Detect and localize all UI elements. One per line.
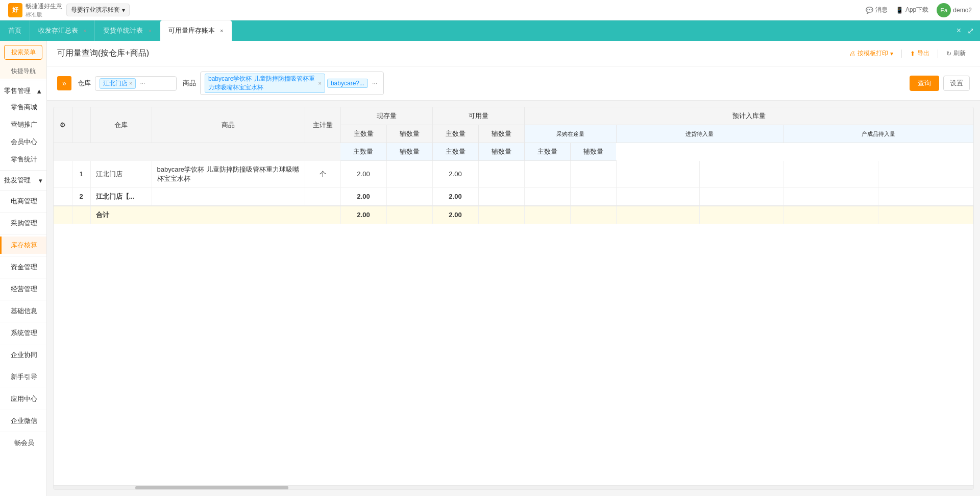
product-tag-2-text: babycare?...: [331, 80, 364, 87]
app-download-label: App下载: [905, 6, 928, 14]
sidebar-item-members[interactable]: 会员中心: [0, 133, 46, 151]
horizontal-scrollbar[interactable]: [54, 485, 973, 489]
tabs-bar-right: × ⤢: [954, 20, 980, 41]
sidebar: 搜索菜单 快捷导航 零售管理 ▲ 零售商城 营销推广 会员中心 零售统计 批发管…: [0, 41, 47, 496]
data-table: ⚙ 仓库 商品 主计量: [54, 107, 973, 224]
sidebar-item-appcenter[interactable]: 应用中心: [0, 390, 46, 408]
message-btn[interactable]: 💬 消息: [866, 6, 888, 14]
sidebar-item-system[interactable]: 系统管理: [0, 324, 46, 342]
tab-close-all-icon[interactable]: ×: [954, 24, 963, 37]
product-filter-group: 商品 babycare学饮杯 儿童防摔防撞吸管杯重力球吸嘴杯宝宝水杯 × bab…: [183, 72, 384, 95]
warehouse-ellipsis[interactable]: ···: [138, 80, 147, 87]
sidebar-divider-6: [0, 256, 46, 256]
th-purchase-main: 主数量: [340, 143, 386, 161]
sidebar-item-retail-stats[interactable]: 零售统计: [0, 151, 46, 168]
product-tag-1-close[interactable]: ×: [318, 80, 322, 86]
query-button[interactable]: 查询: [910, 76, 939, 91]
product-ellipsis[interactable]: ···: [370, 80, 379, 87]
tab-keyongliang-close[interactable]: ×: [220, 28, 223, 34]
brand-label: 标准版: [26, 11, 62, 18]
sidebar-group-retail[interactable]: 零售管理 ▲: [0, 83, 46, 99]
print-btn[interactable]: 🖨 按模板打印 ▾: [845, 47, 897, 60]
footer-i-aux: [700, 206, 783, 224]
sidebar-item-basic[interactable]: 基础信息: [0, 302, 46, 320]
sidebar-search-area: 搜索菜单: [0, 41, 46, 64]
sidebar-item-vip[interactable]: 畅会员: [0, 434, 46, 452]
product-filter-label: 商品: [183, 79, 196, 88]
print-label: 按模板打印: [857, 49, 888, 58]
th-warehouse: 仓库: [90, 107, 152, 143]
td-rownum-2: 2: [72, 187, 90, 206]
tab-home[interactable]: 首页: [0, 20, 30, 41]
tab-shoufashou[interactable]: 收发存汇总表 ×: [30, 20, 95, 41]
sidebar-group-wholesale[interactable]: 批发管理 ▾: [0, 173, 46, 188]
td-purchase-main-2: [524, 187, 570, 206]
tab-maximize-icon[interactable]: ⤢: [965, 24, 976, 38]
th-available-main-qty: 主数量: [432, 125, 478, 143]
filter-toggle-btn[interactable]: »: [57, 76, 71, 90]
page-title: 可用量查询(按仓库+商品): [57, 48, 149, 59]
sidebar-item-newguide[interactable]: 新手引导: [0, 368, 46, 386]
search-menu-button[interactable]: 搜索菜单: [4, 45, 42, 60]
product-tag-2: babycare?...: [327, 79, 368, 88]
tab-home-label: 首页: [8, 26, 21, 35]
td-product-1: babycare学饮杯 儿童防摔防撞吸管杯重力球吸嘴杯宝宝水杯: [152, 161, 305, 188]
tab-yaohuo-close[interactable]: ×: [148, 28, 151, 34]
export-icon: ⬆: [910, 50, 915, 57]
sidebar-item-inventory[interactable]: 库存核算: [0, 237, 46, 254]
product-filter-input[interactable]: babycare学饮杯 儿童防摔防撞吸管杯重力球吸嘴杯宝宝水杯 × babyca…: [200, 72, 384, 95]
sidebar-item-finance[interactable]: 资金管理: [0, 258, 46, 276]
top-bar-right: 💬 消息 📱 App下载 Ea demo2: [866, 3, 972, 17]
warehouse-filter-label: 仓库: [78, 79, 91, 88]
gear-icon[interactable]: ⚙: [60, 121, 66, 129]
user-name: demo2: [953, 7, 972, 14]
table-row: 1 江北门店 babycare学饮杯 儿童防摔防撞吸管杯重力球吸嘴杯宝宝水杯 个…: [54, 161, 973, 188]
filter-bar: » 仓库 江北门店 × ··· 商品 babycare学饮杯 儿童防摔防撞吸管杯…: [47, 66, 980, 101]
tab-shoufashou-close[interactable]: ×: [83, 28, 86, 34]
sidebar-divider-12: [0, 388, 46, 388]
warehouse-filter-input[interactable]: 江北门店 × ···: [95, 76, 177, 91]
tab-keyongliang[interactable]: 可用量库存账本 ×: [160, 20, 232, 41]
table-scroll-area[interactable]: ⚙ 仓库 商品 主计量: [54, 107, 973, 485]
app-download-btn[interactable]: 📱 App下载: [896, 6, 928, 14]
th-incoming-aux: 辅数量: [478, 143, 524, 161]
sidebar-item-operations[interactable]: 经营管理: [0, 280, 46, 298]
expand-icon-wholesale: ▾: [39, 177, 42, 184]
industry-select[interactable]: 母婴行业演示账套 ▾: [66, 4, 130, 16]
phone-icon: 📱: [896, 7, 903, 14]
td-available-main-1: 2.00: [432, 161, 478, 188]
tab-keyongliang-label: 可用量库存账本: [168, 26, 215, 35]
product-tag-1-text: babycare学饮杯 儿童防摔防撞吸管杯重力球吸嘴杯宝宝水杯: [208, 75, 317, 92]
td-current-aux-2: [386, 187, 432, 206]
warehouse-tag-close[interactable]: ×: [129, 80, 132, 86]
footer-pp-main: [783, 206, 878, 224]
th-product-aux: 辅数量: [570, 143, 616, 161]
chevron-down-icon: ▾: [122, 7, 125, 14]
refresh-btn[interactable]: ↻ 刷新: [942, 47, 970, 60]
td-gear-2: [54, 187, 72, 206]
sidebar-group-wholesale-label: 批发管理: [4, 176, 31, 185]
user-menu[interactable]: Ea demo2: [937, 3, 972, 17]
sidebar-item-enterprise[interactable]: 企业协同: [0, 346, 46, 364]
sidebar-divider-11: [0, 366, 46, 366]
td-product-aux-1: [878, 161, 973, 188]
table-header-row-1: ⚙ 仓库 商品 主计量: [54, 107, 973, 125]
th-incoming-pending-label: 进货待入量: [616, 125, 783, 143]
settings-button[interactable]: 设置: [943, 76, 970, 91]
sidebar-group-retail-label: 零售管理: [4, 86, 31, 96]
sidebar-item-ecommerce[interactable]: 电商管理: [0, 193, 46, 210]
sidebar-item-wechat[interactable]: 企业微信: [0, 412, 46, 430]
td-warehouse-1: 江北门店: [90, 161, 152, 188]
sidebar-item-marketing[interactable]: 营销推广: [0, 116, 46, 133]
sidebar-item-retail-mall[interactable]: 零售商城: [0, 99, 46, 116]
tab-shoufashou-label: 收发存汇总表: [38, 26, 78, 35]
sidebar-quick-nav[interactable]: 快捷导航: [0, 64, 46, 79]
footer-available-main: 2.00: [432, 206, 478, 224]
scrollbar-thumb[interactable]: [135, 486, 288, 490]
th-purchase-aux: 辅数量: [386, 143, 432, 161]
th-purchase-transit-label: 采购在途量: [524, 125, 616, 143]
sidebar-item-purchase[interactable]: 采购管理: [0, 215, 46, 232]
export-btn[interactable]: ⬆ 导出: [906, 47, 934, 60]
tab-yaohuo[interactable]: 要货单统计表 ×: [95, 20, 160, 41]
sidebar-divider-9: [0, 322, 46, 322]
